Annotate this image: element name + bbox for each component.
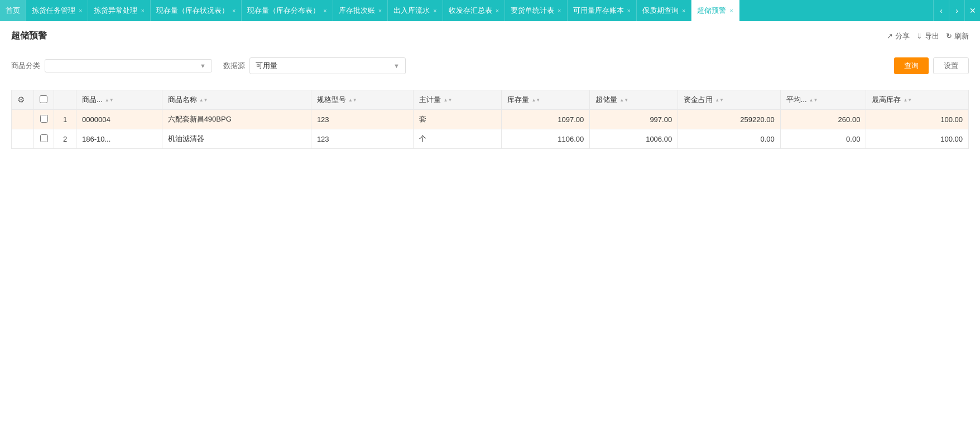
sort-name-icon: ▲▼ — [199, 98, 208, 103]
nav-close-x-icon[interactable]: × — [79, 7, 82, 14]
nav-item[interactable]: 要货单统计表× — [505, 0, 567, 21]
nav-item[interactable]: 首页 — [0, 0, 26, 21]
col-header-maxstock[interactable]: 最高库存 ▲▼ — [866, 90, 969, 110]
col-header-settings: ⚙ — [12, 90, 34, 110]
nav-arrows: ‹ › ✕ — [933, 0, 980, 21]
col-code-label: 商品... — [82, 95, 103, 105]
sort-spec-icon: ▲▼ — [348, 98, 357, 103]
refresh-label: 刷新 — [954, 31, 969, 41]
datasource-value: 可用量 — [256, 61, 277, 71]
export-label: 导出 — [925, 31, 939, 41]
export-action[interactable]: ⇓ 导出 — [916, 31, 939, 41]
nav-next-button[interactable]: › — [949, 0, 964, 21]
col-name-label: 商品名称 — [168, 95, 197, 105]
row-overflow-cell: 997.00 — [590, 110, 678, 129]
nav-item[interactable]: 可用量库存账本× — [568, 0, 637, 21]
nav-item[interactable]: 拣货任务管理× — [26, 0, 88, 21]
nav-item[interactable]: 超储预警× — [691, 0, 739, 21]
category-chevron-icon: ▼ — [200, 62, 206, 69]
nav-close-x-icon[interactable]: × — [682, 7, 685, 14]
nav-close-x-icon[interactable]: × — [141, 7, 144, 14]
sort-avg-icon: ▲▼ — [809, 98, 818, 103]
export-icon: ⇓ — [916, 32, 923, 40]
top-nav: 首页拣货任务管理×拣货异常处理×现存量（库存状况表）×现存量（库存分布表）×库存… — [0, 0, 980, 21]
row-unit-cell: 套 — [414, 110, 502, 129]
col-avg-label: 平均... — [786, 95, 807, 105]
row-settings-cell — [12, 110, 34, 129]
row-unit-cell: 个 — [414, 129, 502, 149]
col-overflow-label: 超储量 — [595, 95, 617, 105]
filter-actions: 查询 设置 — [894, 57, 969, 74]
nav-close-button[interactable]: ✕ — [964, 0, 980, 21]
row-avg-cell: 0.00 — [780, 129, 866, 149]
nav-close-x-icon[interactable]: × — [558, 7, 561, 14]
datasource-select[interactable]: 可用量 ▼ — [249, 57, 406, 74]
nav-item[interactable]: 库存批次账× — [333, 0, 388, 21]
col-header-spec[interactable]: 规格型号 ▲▼ — [311, 90, 414, 110]
nav-item[interactable]: 现存量（库存分布表）× — [242, 0, 333, 21]
select-all-checkbox[interactable] — [40, 95, 47, 103]
refresh-action[interactable]: ↻ 刷新 — [946, 31, 969, 41]
sort-maxstock-icon: ▲▼ — [903, 98, 912, 103]
col-stock-label: 库存量 — [507, 95, 529, 105]
table-row: 1 0000004 六配套新昌490BPG 123 套 1097.00 997.… — [12, 110, 969, 129]
nav-item[interactable]: 出入库流水× — [388, 0, 443, 21]
sort-unit-icon: ▲▼ — [443, 98, 452, 103]
datasource-chevron-icon: ▼ — [393, 62, 400, 69]
row-checkbox-cell — [34, 110, 54, 129]
nav-item[interactable]: 保质期查询× — [637, 0, 691, 21]
row-checkbox[interactable] — [40, 115, 48, 123]
nav-close-x-icon[interactable]: × — [496, 7, 499, 14]
col-maxstock-label: 最高库存 — [872, 95, 901, 105]
table-row: 2 186-10... 机油滤清器 123 个 1106.00 1006.00 … — [12, 129, 969, 149]
header-actions: ↗ 分享 ⇓ 导出 ↻ 刷新 — [887, 31, 969, 41]
row-checkbox-cell — [34, 129, 54, 149]
nav-close-x-icon[interactable]: × — [729, 7, 733, 14]
row-code-cell: 186-10... — [76, 129, 162, 149]
row-settings-cell — [12, 129, 34, 149]
sort-stock-icon: ▲▼ — [531, 98, 540, 103]
nav-close-x-icon[interactable]: × — [433, 7, 436, 14]
col-header-unit[interactable]: 主计量 ▲▼ — [414, 90, 502, 110]
sort-code-icon: ▲▼ — [105, 98, 114, 103]
row-code-cell: 0000004 — [76, 110, 162, 129]
nav-close-x-icon[interactable]: × — [627, 7, 631, 14]
col-header-code[interactable]: 商品... ▲▼ — [76, 90, 162, 110]
refresh-icon: ↻ — [946, 32, 952, 40]
col-header-capital[interactable]: 资金占用 ▲▼ — [678, 90, 781, 110]
nav-prev-button[interactable]: ‹ — [933, 0, 949, 21]
main-content: 超储预警 ↗ 分享 ⇓ 导出 ↻ 刷新 商品分类 ▼ 数据源 — [0, 21, 980, 446]
filter-row: 商品分类 ▼ 数据源 可用量 ▼ 查询 设置 — [11, 51, 969, 81]
col-header-stock[interactable]: 库存量 ▲▼ — [502, 90, 590, 110]
row-name-cell: 六配套新昌490BPG — [162, 110, 311, 129]
sort-capital-icon: ▲▼ — [715, 98, 724, 103]
nav-close-x-icon[interactable]: × — [232, 7, 236, 14]
share-action[interactable]: ↗ 分享 — [887, 31, 910, 41]
nav-item[interactable]: 现存量（库存状况表）× — [151, 0, 242, 21]
col-header-overflow[interactable]: 超储量 ▲▼ — [590, 90, 678, 110]
nav-item[interactable]: 收发存汇总表× — [443, 0, 505, 21]
row-maxstock-cell: 100.00 — [866, 110, 969, 129]
row-num-cell: 2 — [54, 129, 76, 149]
col-header-name[interactable]: 商品名称 ▲▼ — [162, 90, 311, 110]
row-num-cell: 1 — [54, 110, 76, 129]
col-header-avg[interactable]: 平均... ▲▼ — [780, 90, 866, 110]
setting-button[interactable]: 设置 — [933, 57, 969, 74]
row-name-cell: 机油滤清器 — [162, 129, 311, 149]
row-stock-cell: 1097.00 — [502, 110, 590, 129]
row-checkbox[interactable] — [40, 134, 48, 142]
table-header-row: ⚙ 商品... ▲▼ 商品名称 ▲▼ — [12, 90, 969, 110]
col-spec-label: 规格型号 — [317, 95, 346, 105]
category-select[interactable]: ▼ — [45, 59, 212, 72]
page-title: 超储预警 — [11, 30, 47, 42]
nav-item[interactable]: 拣货异常处理× — [88, 0, 150, 21]
row-avg-cell: 260.00 — [780, 110, 866, 129]
datasource-label: 数据源 — [223, 61, 245, 71]
share-icon: ↗ — [887, 32, 893, 40]
query-button[interactable]: 查询 — [894, 57, 929, 74]
category-filter: 商品分类 ▼ — [11, 59, 212, 72]
nav-close-x-icon[interactable]: × — [323, 7, 326, 14]
gear-icon[interactable]: ⚙ — [17, 95, 25, 104]
nav-close-x-icon[interactable]: × — [378, 7, 382, 14]
col-header-num — [54, 90, 76, 110]
